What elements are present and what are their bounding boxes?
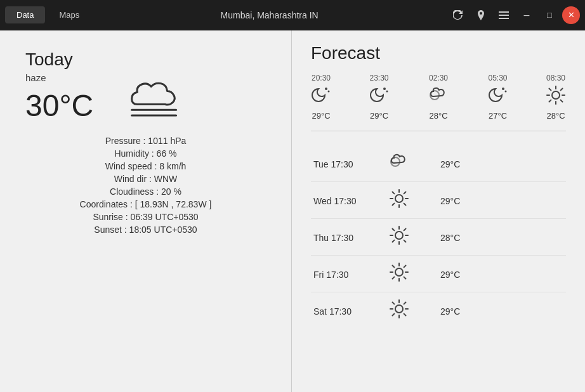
weather-condition: haze — [25, 72, 93, 83]
svg-point-10 — [502, 88, 504, 90]
svg-rect-1 — [499, 15, 509, 16]
svg-point-11 — [504, 91, 506, 93]
hour-temp: 29°C — [312, 111, 330, 121]
left-panel: Today haze 30°C Pressure : 1011 hPa Humi… — [0, 30, 292, 392]
hour-icon-moon-star — [311, 85, 331, 108]
temperature: 30°C — [25, 88, 93, 123]
svg-line-45 — [393, 266, 395, 268]
minimize-icon: – — [524, 10, 530, 21]
wind-speed-row: Wind speed : 8 km/h — [25, 161, 266, 171]
weather-details: Pressure : 1011 hPa Humidity : 66 % Wind… — [25, 136, 266, 235]
svg-rect-0 — [499, 11, 509, 13]
daily-day: Tue 17:30 — [313, 159, 383, 169]
svg-line-46 — [404, 277, 406, 279]
svg-line-47 — [404, 266, 406, 268]
svg-line-54 — [393, 303, 395, 304]
minimize-button[interactable]: – — [516, 6, 537, 24]
daily-day: Fri 17:30 — [313, 270, 383, 280]
svg-point-49 — [395, 305, 403, 313]
maximize-button[interactable]: □ — [539, 6, 560, 24]
daily-icon-sun — [383, 188, 415, 213]
daily-icon-partly-cloudy — [383, 152, 415, 176]
titlebar: Data Maps Mumbai, Maharashtra IN – □ ✕ — [0, 0, 585, 30]
daily-row: Fri 17:30 29°C — [311, 257, 566, 292]
menu-button[interactable] — [494, 6, 514, 24]
daily-row: Tue 17:30 29°C — [311, 147, 566, 182]
forecast-title: Forecast — [311, 43, 566, 63]
svg-point-31 — [395, 232, 403, 239]
pressure-row: Pressure : 1011 hPa — [25, 136, 266, 146]
hour-time: 20:30 — [312, 74, 331, 82]
maximize-icon: □ — [547, 10, 552, 20]
svg-line-56 — [404, 303, 406, 304]
hour-temp: 29°C — [370, 111, 388, 121]
svg-line-55 — [404, 314, 406, 316]
svg-line-20 — [549, 100, 551, 102]
hour-time: 05:30 — [488, 74, 507, 82]
daily-temp: 29°C — [440, 306, 460, 317]
svg-line-48 — [393, 277, 395, 279]
svg-point-8 — [386, 91, 388, 93]
close-button[interactable]: ✕ — [562, 6, 580, 24]
svg-line-29 — [404, 192, 406, 194]
wind-dir-row: Wind dir : WNW — [25, 174, 266, 184]
hour-item: 05:30 27°C — [488, 74, 508, 121]
svg-line-28 — [404, 204, 406, 206]
location-button[interactable] — [471, 6, 491, 24]
hour-temp: 28°C — [429, 111, 447, 121]
svg-point-12 — [552, 91, 560, 99]
tab-data[interactable]: Data — [5, 6, 45, 23]
svg-point-5 — [325, 88, 327, 90]
daily-row: Sat 17:30 29°C — [311, 294, 566, 329]
daily-temp: 29°C — [440, 196, 460, 206]
daily-list: Tue 17:30 29°C Wed 17:30 29°C Thu 17:30 — [311, 147, 566, 329]
daily-row: Wed 17:30 29°C — [311, 183, 566, 219]
svg-line-36 — [393, 229, 395, 231]
svg-line-39 — [393, 240, 395, 242]
tab-group: Data Maps — [5, 6, 91, 23]
hour-icon-moon-star — [488, 85, 508, 108]
right-panel: Forecast 20:30 29°C 23:30 29°C 02:30 28°… — [292, 30, 585, 392]
daily-row: Thu 17:30 28°C — [311, 220, 566, 256]
hourly-strip: 20:30 29°C 23:30 29°C 02:30 28°C 05:30 2… — [311, 74, 566, 131]
close-icon: ✕ — [568, 10, 575, 20]
daily-temp: 29°C — [440, 270, 460, 280]
daily-temp: 29°C — [440, 159, 460, 169]
daily-temp: 28°C — [440, 233, 460, 243]
daily-icon-sun — [383, 299, 415, 323]
sunrise-row: Sunrise : 06:39 UTC+0530 — [25, 212, 266, 222]
hour-temp: 28°C — [546, 111, 565, 121]
svg-line-37 — [404, 240, 406, 242]
coordinates-row: Coordinates : [ 18.93N , 72.83W ] — [25, 199, 266, 209]
main-content: Today haze 30°C Pressure : 1011 hPa Humi… — [0, 30, 585, 392]
hour-temp: 27°C — [489, 111, 507, 121]
hour-time: 02:30 — [429, 74, 448, 82]
temp-icon-row: haze 30°C — [25, 72, 266, 123]
hour-icon-moon-star — [369, 85, 390, 108]
window-title: Mumbai, Maharashtra IN — [91, 10, 448, 20]
daily-day: Thu 17:30 — [313, 233, 383, 243]
hour-item: 02:30 28°C — [427, 74, 450, 121]
hour-icon-sun — [546, 85, 566, 108]
cloudiness-row: Cloudiness : 20 % — [25, 186, 266, 197]
left-temp-condition: haze 30°C — [25, 72, 93, 123]
daily-day: Sat 17:30 — [313, 306, 383, 317]
daily-icon-sun — [383, 262, 415, 287]
svg-line-19 — [561, 89, 563, 91]
tab-maps[interactable]: Maps — [48, 6, 91, 23]
svg-line-18 — [561, 100, 563, 102]
daily-day: Wed 17:30 — [313, 196, 383, 206]
hour-time: 23:30 — [369, 74, 388, 82]
daily-icon-sun — [383, 225, 415, 250]
svg-point-6 — [328, 91, 330, 93]
svg-line-38 — [404, 229, 406, 231]
hour-item: 20:30 29°C — [311, 74, 331, 121]
weather-icon — [119, 75, 195, 120]
svg-line-17 — [549, 89, 551, 91]
svg-point-22 — [395, 195, 403, 202]
hour-item: 08:30 28°C — [546, 74, 566, 121]
svg-point-7 — [383, 88, 386, 90]
refresh-button[interactable] — [448, 6, 468, 24]
svg-line-57 — [393, 314, 395, 316]
humidity-row: Humidity : 66 % — [25, 148, 266, 159]
